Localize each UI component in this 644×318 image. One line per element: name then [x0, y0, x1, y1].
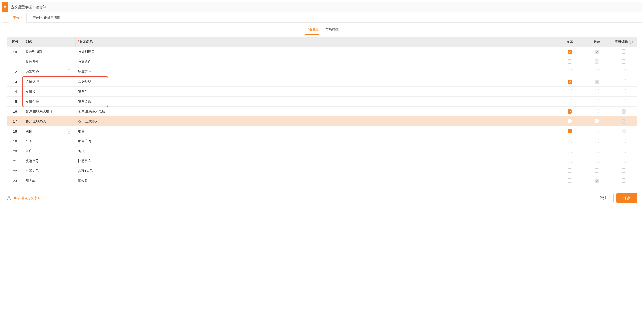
checkbox-noedit[interactable] — [622, 158, 626, 163]
tab-1[interactable]: 表体区-销货单明细 — [28, 12, 64, 23]
cell-noedit — [610, 146, 637, 156]
cell-displayname[interactable]: 项目.车号 — [76, 136, 556, 146]
cell-displayname[interactable]: 快递单号 — [76, 156, 556, 166]
cell-required — [583, 156, 610, 166]
checkbox-required[interactable] — [595, 119, 599, 123]
cell-displayname[interactable]: 票据类型 — [76, 77, 556, 87]
cell-displayname[interactable]: 预收款 — [76, 176, 556, 186]
expand-panel-button[interactable] — [2, 2, 8, 12]
cell-seq: 19 — [7, 136, 23, 146]
cell-colname: 预收款 — [23, 176, 76, 186]
cell-colname: 票据类型 — [23, 77, 76, 87]
cell-show — [556, 136, 583, 146]
manage-custom-fields-link[interactable]: 管理自定义字段 — [13, 196, 41, 200]
checkbox-noedit[interactable] — [622, 59, 626, 64]
checkbox-required[interactable] — [595, 109, 599, 113]
checkbox-show[interactable] — [568, 168, 572, 173]
checkbox-show[interactable] — [568, 59, 572, 64]
checkbox-noedit[interactable] — [622, 79, 626, 84]
cell-seq: 14 — [7, 87, 23, 97]
checkbox-required[interactable] — [595, 99, 599, 103]
checkbox-noedit[interactable] — [622, 148, 626, 153]
cell-seq: 15 — [7, 97, 23, 106]
cell-displayname[interactable]: 项目 — [76, 126, 556, 136]
cell-seq: 20 — [7, 146, 23, 156]
cell-required — [583, 176, 610, 186]
checkbox-required[interactable] — [595, 168, 599, 173]
checkbox-show[interactable] — [568, 129, 572, 134]
subtabs: 字段设置布局调整 — [2, 23, 642, 35]
checkbox-noedit[interactable] — [622, 89, 626, 93]
checkbox-required — [595, 50, 599, 54]
table-row: 20备注备注 — [7, 146, 637, 156]
checkbox-required[interactable] — [595, 129, 599, 133]
cell-show — [556, 57, 583, 67]
cell-displayname[interactable]: 收款条件 — [76, 57, 556, 67]
cell-displayname[interactable]: 发票金额 — [76, 97, 556, 106]
subtab-0[interactable]: 字段设置 — [305, 26, 319, 35]
checkbox-show[interactable] — [568, 139, 572, 143]
checkbox-noedit — [622, 110, 626, 114]
cell-required — [583, 47, 610, 57]
cell-displayname[interactable]: 备注 — [76, 146, 556, 156]
checkbox-noedit[interactable] — [622, 139, 626, 143]
table-row: 22步骤人员步骤1人员 — [7, 166, 637, 176]
checkbox-show[interactable] — [568, 50, 572, 54]
table-row: 17客户.主联系人客户.主联系人 — [7, 116, 637, 126]
cell-noedit — [610, 87, 637, 97]
cell-displayname[interactable]: 客户.主联系人电话 — [76, 106, 556, 116]
save-button[interactable]: 保存 — [616, 193, 637, 203]
cell-seq: 23 — [7, 176, 23, 186]
cell-noedit — [610, 57, 637, 67]
checkbox-required[interactable] — [595, 89, 599, 93]
checkbox-noedit[interactable] — [622, 178, 626, 183]
help-icon[interactable]: ? — [7, 196, 11, 200]
cell-required — [583, 87, 610, 97]
table-row: 16客户.主联系人电话客户.主联系人电话 — [7, 106, 637, 116]
cell-displayname[interactable]: 步骤1人员 — [76, 166, 556, 176]
checkbox-required[interactable] — [595, 139, 599, 143]
checkbox-show[interactable] — [568, 80, 572, 84]
cell-show — [556, 166, 583, 176]
cell-noedit — [610, 47, 637, 57]
chevron-right-double-icon — [4, 6, 7, 9]
checkbox-required[interactable] — [595, 158, 599, 163]
cell-show — [556, 67, 583, 77]
checkbox-noedit[interactable] — [622, 168, 626, 173]
cell-displayname[interactable]: 收款到期日 — [76, 47, 556, 57]
checkbox-show[interactable] — [568, 178, 572, 183]
cell-displayname[interactable]: 客户.主联系人 — [76, 116, 556, 126]
checkbox-noedit[interactable] — [622, 99, 626, 103]
cell-show — [556, 156, 583, 166]
cell-displayname[interactable]: 结算客户 — [76, 67, 556, 77]
gear-icon — [13, 196, 16, 200]
checkbox-noedit[interactable] — [622, 69, 626, 74]
title-prefix: 当前设置单据： — [11, 5, 36, 9]
checkbox-show[interactable] — [568, 89, 572, 93]
cell-noedit — [610, 77, 637, 87]
table-row: 15发票金额发票金额 — [7, 97, 637, 106]
checkbox-show[interactable] — [568, 158, 572, 163]
help-icon[interactable]: ? — [629, 40, 633, 44]
th-colname: 列名 — [23, 37, 76, 47]
cell-displayname[interactable]: 发票号 — [76, 87, 556, 97]
checkbox-noedit[interactable] — [622, 50, 626, 54]
checkbox-show[interactable] — [568, 69, 572, 74]
add-field-button[interactable]: + — [66, 129, 71, 134]
checkbox-show[interactable] — [568, 99, 572, 103]
checkbox-show[interactable] — [568, 110, 572, 114]
checkbox-show[interactable] — [568, 119, 572, 123]
cell-seq: 21 — [7, 156, 23, 166]
checkbox-show[interactable] — [568, 148, 572, 153]
th-displayname: *显示名称 — [76, 37, 556, 47]
manage-fields-label: 管理自定义字段 — [18, 196, 41, 200]
subtab-1[interactable]: 布局调整 — [325, 26, 339, 35]
tab-0[interactable]: 表头区 — [9, 12, 27, 23]
cancel-button[interactable]: 取消 — [593, 193, 614, 203]
checkbox-required[interactable] — [595, 69, 599, 74]
table-row: 13票据类型票据类型 — [7, 77, 637, 87]
checkbox-required[interactable] — [595, 148, 599, 153]
add-field-button[interactable]: + — [66, 70, 71, 74]
cell-required — [583, 166, 610, 176]
cell-required — [583, 77, 610, 87]
